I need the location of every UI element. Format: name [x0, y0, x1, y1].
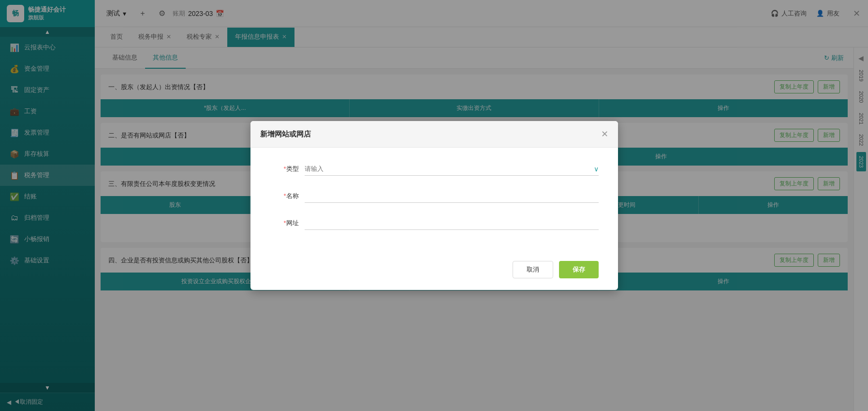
- form-group-name: *名称: [270, 189, 599, 203]
- name-label: *名称: [270, 192, 299, 200]
- dialog-body: *类型 ∨ *名称 *网址: [250, 148, 618, 253]
- dialog-close-button[interactable]: ✕: [601, 129, 608, 139]
- dialog-title: 新增网站或网店: [260, 130, 311, 139]
- dialog-overlay: 新增网站或网店 ✕ *类型 ∨ *名称: [0, 0, 868, 411]
- type-input[interactable]: [305, 162, 594, 175]
- dialog-header: 新增网站或网店 ✕: [250, 121, 618, 148]
- cancel-button[interactable]: 取消: [513, 261, 553, 278]
- add-website-dialog: 新增网站或网店 ✕ *类型 ∨ *名称: [250, 121, 618, 290]
- type-input-wrapper: ∨: [305, 162, 599, 176]
- save-button[interactable]: 保存: [559, 261, 599, 278]
- form-group-type: *类型 ∨: [270, 162, 599, 176]
- type-label: *类型: [270, 165, 299, 173]
- url-input[interactable]: [305, 216, 599, 230]
- url-label: *网址: [270, 219, 299, 228]
- form-group-url: *网址: [270, 216, 599, 230]
- type-dropdown-arrow[interactable]: ∨: [594, 165, 599, 173]
- dialog-footer: 取消 保存: [250, 253, 618, 290]
- name-input[interactable]: [305, 189, 599, 203]
